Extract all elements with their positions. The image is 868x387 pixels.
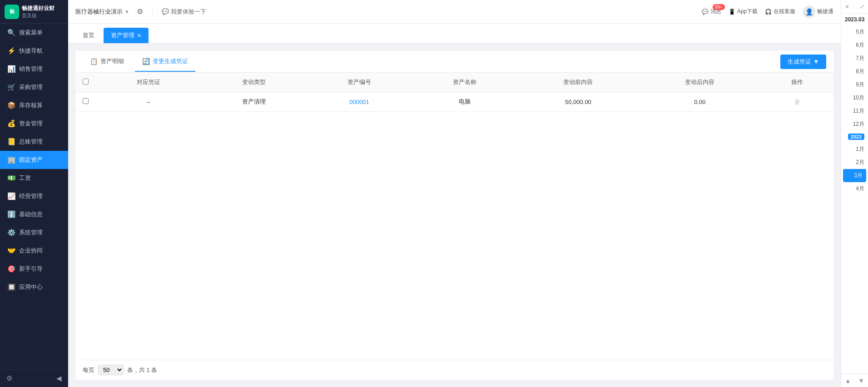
sidebar-item-app-center[interactable]: 🔲 应用中心 [0, 278, 68, 296]
topbar-divider [152, 7, 153, 16]
sidebar-item-funds[interactable]: 💰 资金管理 [0, 114, 68, 133]
month-item-2[interactable]: 2月 [841, 156, 868, 169]
tab-close-icon[interactable]: ✕ [137, 33, 141, 39]
sidebar-item-label: 搜索菜单 [19, 29, 43, 37]
app-download-button[interactable]: 📱 App下载 [729, 8, 758, 15]
sidebar-item-inventory[interactable]: 📦 库存核算 [0, 96, 68, 114]
collapse-icon[interactable]: ◀ [56, 374, 62, 382]
select-all-checkbox[interactable] [83, 79, 89, 84]
sidebar-item-label: 总账管理 [19, 138, 43, 146]
sidebar-item-payroll[interactable]: 💵 工资 [0, 169, 68, 187]
right-panel-expand-icon[interactable]: ⤢ [860, 4, 864, 10]
month-item-8[interactable]: 8月 [841, 65, 868, 78]
money-icon: 💰 [7, 119, 15, 128]
row-checkbox[interactable] [83, 98, 89, 104]
company-selector[interactable]: 医疗器械行业演示 ▼ [75, 8, 129, 16]
sidebar-item-label: 企业协同 [19, 247, 43, 255]
right-panel: ✕ ⤢ 2023.03 5月 6月 7月 8月 9月 10月 11月 12月 2… [841, 0, 868, 387]
month-list: 5月 6月 7月 8月 9月 10月 11月 12月 2023 1月 2月 3月… [841, 25, 868, 374]
col-header-change-type: 变动类型 [201, 73, 307, 92]
row-after-content: 0.00 [639, 92, 761, 112]
delete-icon[interactable]: 🗑 [794, 98, 800, 105]
sidebar-item-label: 系统管理 [19, 228, 43, 237]
avatar: 👤 [803, 5, 815, 18]
nav-down-icon[interactable]: ▼ [858, 377, 864, 384]
message-button[interactable]: 💬 消息 99+ [702, 8, 721, 15]
month-item-5[interactable]: 5月 [841, 25, 868, 39]
sidebar-item-guide[interactable]: 🎯 新手引导 [0, 260, 68, 278]
download-icon: 📱 [729, 9, 735, 15]
row-change-type: 资产清理 [201, 92, 307, 112]
experience-button[interactable]: 💬 我要体验一下 [162, 8, 206, 16]
customer-service-button[interactable]: 🎧 在线客服 [765, 8, 795, 15]
sidebar-item-operations[interactable]: 📈 经营管理 [0, 187, 68, 205]
total-label: 条，共 1 条 [127, 366, 157, 374]
generate-voucher-button[interactable]: 生成凭证 ▼ [780, 55, 826, 69]
month-item-7[interactable]: 7月 [841, 52, 868, 65]
table-row: -- 资产清理 000001 电脑 50,000.00 0.00 🗑 [75, 92, 833, 112]
table-wrapper: 对应凭证 变动类型 资产编号 资产名称 [75, 73, 833, 360]
year-badge: 2023 [848, 134, 864, 140]
logo-icon: 畅 [5, 5, 19, 19]
col-header-asset-code: 资产编号 [307, 73, 412, 92]
month-item-4[interactable]: 4月 [841, 182, 868, 195]
experience-icon: 💬 [162, 8, 169, 15]
app-download-label: App下载 [737, 8, 758, 15]
sidebar-footer: ⚙ ◀ [0, 369, 68, 387]
search-icon: 🔍 [7, 29, 15, 37]
month-item-12[interactable]: 12月 [841, 118, 868, 131]
col-header-voucher: 对应凭证 [96, 73, 201, 92]
tab-asset-mgmt[interactable]: 资产管理 ✕ [104, 28, 149, 43]
tabbar: 首页 资产管理 ✕ [68, 24, 841, 44]
sidebar-item-purchase[interactable]: 🛒 采购管理 [0, 78, 68, 96]
row-asset-name: 电脑 [412, 92, 517, 112]
sidebar-item-system[interactable]: ⚙️ 系统管理 [0, 223, 68, 242]
month-item-1[interactable]: 1月 [841, 143, 868, 156]
lightning-icon: ⚡ [7, 47, 15, 55]
topbar-settings-icon[interactable]: ⚙ [137, 7, 143, 16]
target-icon: 🎯 [7, 265, 15, 273]
month-item-11[interactable]: 11月 [841, 104, 868, 118]
nav-up-icon[interactable]: ▲ [845, 377, 851, 384]
sidebar-item-search[interactable]: 🔍 搜索菜单 [0, 24, 68, 42]
month-item-9[interactable]: 9月 [841, 78, 868, 91]
sidebar-item-quick-nav[interactable]: ⚡ 快捷导航 [0, 42, 68, 60]
col-header-before-content: 变动前内容 [517, 73, 639, 92]
chart-icon: 📊 [7, 65, 15, 73]
app-icon: 🔲 [7, 283, 15, 291]
topbar-right: 💬 消息 99+ 📱 App下载 🎧 在线客服 👤 畅捷通 [702, 5, 833, 18]
tab-home[interactable]: 首页 [75, 28, 102, 43]
right-panel-close-icon[interactable]: ✕ [845, 4, 849, 10]
month-item-3-active[interactable]: 3月 [843, 169, 866, 182]
tab-home-label: 首页 [83, 31, 94, 40]
sidebar-item-basic-info[interactable]: ℹ️ 基础信息 [0, 205, 68, 223]
sidebar-item-label: 固定资产 [19, 156, 43, 164]
sidebar-item-enterprise[interactable]: 🤝 企业协同 [0, 242, 68, 260]
payroll-icon: 💵 [7, 174, 15, 182]
tab-asset-mgmt-label: 资产管理 [111, 31, 134, 40]
month-item-6[interactable]: 6月 [841, 39, 868, 52]
col-header-after-content: 变动后内容 [639, 73, 761, 92]
per-page-select[interactable]: 10 20 50 100 [98, 365, 124, 375]
data-table: 对应凭证 变动类型 资产编号 资产名称 [75, 73, 833, 112]
sidebar-item-ledger[interactable]: 📒 总账管理 [0, 133, 68, 151]
col-header-checkbox [75, 73, 96, 92]
sidebar-item-sales[interactable]: 📊 销售管理 [0, 60, 68, 78]
message-icon: 💬 [702, 9, 709, 15]
sidebar: 畅 畅捷通好业财 普及版 🔍 搜索菜单 ⚡ 快捷导航 📊 销售管理 🛒 采购管理… [0, 0, 68, 387]
settings-footer-icon[interactable]: ⚙ [6, 374, 12, 382]
sidebar-item-fixed-assets[interactable]: 🏢 固定资产 [0, 151, 68, 169]
sidebar-item-label: 库存核算 [19, 101, 43, 109]
table-header-row: 对应凭证 变动类型 资产编号 资产名称 [75, 73, 833, 92]
sub-tab-asset-detail[interactable]: 📋 资产明细 [83, 52, 131, 72]
user-menu[interactable]: 👤 畅捷通 [803, 5, 833, 18]
company-dropdown-icon: ▼ [124, 9, 129, 15]
sidebar-item-label: 经营管理 [19, 192, 43, 200]
right-panel-header: ✕ ⤢ [841, 0, 868, 14]
sidebar-item-label: 新手引导 [19, 265, 43, 273]
box-icon: 📦 [7, 101, 15, 109]
sub-tab-change-voucher[interactable]: 🔄 变更生成凭证 [135, 52, 195, 72]
main-area: 医疗器械行业演示 ▼ ⚙ 💬 我要体验一下 💬 消息 99+ 📱 App下载 🎧… [68, 0, 841, 387]
month-item-10[interactable]: 10月 [841, 91, 868, 104]
company-name: 医疗器械行业演示 [75, 8, 123, 16]
